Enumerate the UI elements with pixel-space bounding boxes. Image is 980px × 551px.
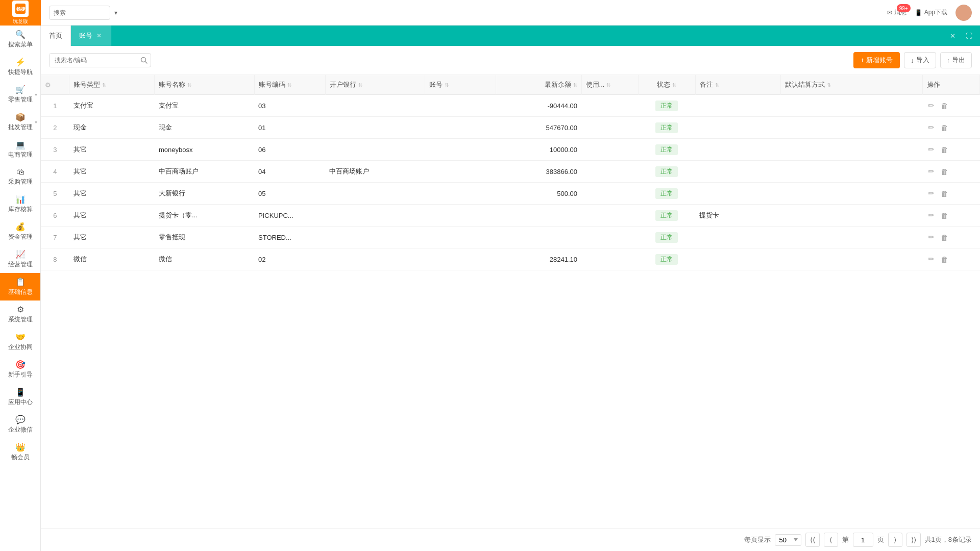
app-download-button[interactable]: 📱 App下载 xyxy=(915,8,947,17)
table-row: 6 其它 提货卡（零... PICKUPC... 正常 提货卡 ✏ 🗑 xyxy=(41,205,980,227)
sidebar-item-purchase[interactable]: 🛍 采购管理 xyxy=(0,163,40,190)
delete-button[interactable]: 🗑 xyxy=(940,254,949,265)
cell-remark xyxy=(695,117,780,139)
cell-bank: 中百商场账户 xyxy=(325,161,425,183)
export-button[interactable]: ↑ 导出 xyxy=(940,52,972,68)
sidebar-item-business[interactable]: 📈 经营管理 xyxy=(0,245,40,273)
edit-button[interactable]: ✏ xyxy=(927,144,936,155)
cell-name: 提货卡（零... xyxy=(155,205,254,227)
cell-account xyxy=(425,248,496,270)
header-right: ✉ 消息 99+ 📱 App下载 xyxy=(887,5,972,21)
basic-info-icon: 📋 xyxy=(15,277,26,287)
next-page-button[interactable]: ⟩ xyxy=(888,533,902,547)
message-badge: 99+ xyxy=(897,4,911,12)
sidebar-item-ecommerce[interactable]: 💻 电商管理 xyxy=(0,136,40,163)
cell-balance xyxy=(496,227,581,248)
sidebar-item-retail[interactable]: 🛒 零售管理 ▾ xyxy=(0,81,40,108)
import-button[interactable]: ↓ 导入 xyxy=(904,52,936,68)
th-settings[interactable]: ⚙ xyxy=(41,75,69,95)
sidebar-item-app-center[interactable]: 📱 应用中心 xyxy=(0,383,40,411)
cell-usage xyxy=(581,227,638,248)
sort-account-icon: ⇅ xyxy=(445,82,449,88)
cell-name: 中百商场账户 xyxy=(155,161,254,183)
app-download-icon: 📱 xyxy=(915,9,922,16)
th-balance[interactable]: 最新余额⇅ xyxy=(496,75,581,95)
sidebar-item-quick-nav[interactable]: ⚡ 快捷导航 xyxy=(0,53,40,81)
status-badge: 正常 xyxy=(655,232,678,243)
cell-code: 01 xyxy=(254,117,325,139)
header-dropdown[interactable]: ▾ xyxy=(114,9,117,16)
sidebar-item-inventory[interactable]: 📊 库存核算 xyxy=(0,190,40,218)
th-usage[interactable]: 使用...⇅ xyxy=(581,75,638,95)
edit-button[interactable]: ✏ xyxy=(927,122,936,133)
sidebar-item-basic-info[interactable]: 📋 基础信息 xyxy=(0,273,40,300)
last-page-button[interactable]: ⟩⟩ xyxy=(906,533,921,547)
tab-close-all-icon[interactable]: ✕ xyxy=(945,29,960,43)
message-button[interactable]: ✉ 消息 99+ xyxy=(887,8,906,17)
tab-bar-actions: ✕ ⛶ xyxy=(945,29,980,43)
cell-name: 零售抵现 xyxy=(155,227,254,248)
delete-button[interactable]: 🗑 xyxy=(940,210,949,221)
sidebar-item-onboarding[interactable]: 🎯 新手引导 xyxy=(0,356,40,383)
first-page-button[interactable]: ⟨⟨ xyxy=(805,533,820,547)
sidebar-item-wholesale[interactable]: 📦 批发管理 ▾ xyxy=(0,108,40,136)
delete-button[interactable]: 🗑 xyxy=(940,232,949,243)
cell-balance: -90444.00 xyxy=(496,95,581,117)
cell-code: 05 xyxy=(254,183,325,205)
th-status[interactable]: 状态⇅ xyxy=(639,75,695,95)
status-badge: 正常 xyxy=(655,122,678,133)
table-row: 2 现金 现金 01 547670.00 正常 ✏ 🗑 xyxy=(41,117,980,139)
cell-action: ✏ 🗑 xyxy=(923,205,980,227)
sidebar-item-wechat-work[interactable]: 💬 企业微信 xyxy=(0,411,40,438)
sort-code-icon: ⇅ xyxy=(287,82,291,88)
cell-type: 其它 xyxy=(69,205,155,227)
tab-home[interactable]: 首页 xyxy=(41,26,71,46)
account-table: ⚙ 账号类型⇅ 账号名称⇅ 账号编码⇅ 开户银行⇅ xyxy=(41,75,980,270)
logo-icon: 畅捷 xyxy=(12,1,29,17)
sort-name-icon: ⇅ xyxy=(187,82,191,88)
edit-button[interactable]: ✏ xyxy=(927,166,936,177)
toolbar-right: + 新增账号 ↓ 导入 ↑ 导出 xyxy=(853,52,972,68)
delete-button[interactable]: 🗑 xyxy=(940,144,949,155)
delete-button[interactable]: 🗑 xyxy=(940,166,949,177)
delete-button[interactable]: 🗑 xyxy=(940,122,949,133)
table-settings-icon[interactable]: ⚙ xyxy=(45,81,51,89)
add-account-button[interactable]: + 新增账号 xyxy=(853,52,900,68)
tab-expand-icon[interactable]: ⛶ xyxy=(962,29,976,43)
user-avatar[interactable] xyxy=(955,5,972,21)
sidebar-item-enterprise-collab[interactable]: 🤝 企业协同 xyxy=(0,328,40,356)
page-number-input[interactable] xyxy=(853,533,873,547)
th-type[interactable]: 账号类型⇅ xyxy=(69,75,155,95)
sidebar-item-vip[interactable]: 👑 畅会员 xyxy=(0,438,40,466)
th-remark[interactable]: 备注⇅ xyxy=(695,75,780,95)
tab-account[interactable]: 账号 ✕ xyxy=(71,26,111,46)
cell-action: ✏ 🗑 xyxy=(923,117,980,139)
delete-button[interactable]: 🗑 xyxy=(940,100,949,111)
sidebar-item-finance[interactable]: 💰 资金管理 xyxy=(0,218,40,245)
status-badge: 正常 xyxy=(655,254,678,265)
cell-usage xyxy=(581,95,638,117)
search-button[interactable] xyxy=(136,57,151,64)
tab-close-icon[interactable]: ✕ xyxy=(95,31,103,40)
th-name[interactable]: 账号名称⇅ xyxy=(155,75,254,95)
th-account[interactable]: 账号⇅ xyxy=(425,75,496,95)
th-settle[interactable]: 默认结算方式⇅ xyxy=(780,75,923,95)
account-search-input[interactable] xyxy=(50,54,136,67)
edit-button[interactable]: ✏ xyxy=(927,210,936,221)
header-search-input[interactable] xyxy=(49,6,110,20)
edit-button[interactable]: ✏ xyxy=(927,188,936,199)
cell-settle xyxy=(780,183,923,205)
page-size-select[interactable]: 50 10 20 100 xyxy=(775,534,801,546)
sidebar-item-system[interactable]: ⚙ 系统管理 xyxy=(0,300,40,328)
edit-button[interactable]: ✏ xyxy=(927,254,936,265)
cell-name: 大新银行 xyxy=(155,183,254,205)
sidebar-item-search[interactable]: 🔍 搜索菜单 xyxy=(0,26,40,53)
th-code[interactable]: 账号编码⇅ xyxy=(254,75,325,95)
prev-page-button[interactable]: ⟨ xyxy=(824,533,838,547)
cell-settle xyxy=(780,117,923,139)
th-bank[interactable]: 开户银行⇅ xyxy=(325,75,425,95)
delete-button[interactable]: 🗑 xyxy=(940,188,949,199)
edit-button[interactable]: ✏ xyxy=(927,232,936,243)
cell-status: 正常 xyxy=(639,161,695,183)
edit-button[interactable]: ✏ xyxy=(927,100,936,111)
